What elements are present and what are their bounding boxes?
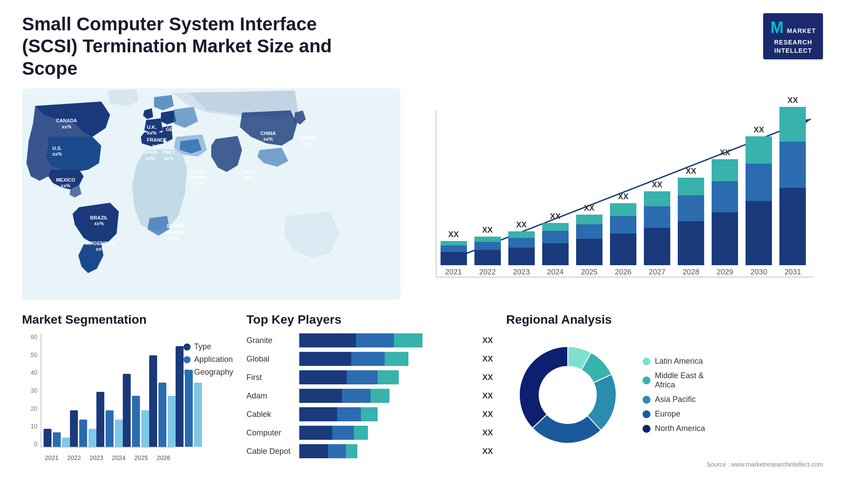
bar-x-label: 2028 <box>683 268 699 277</box>
logo-m-icon: M <box>770 18 783 38</box>
bar-stack <box>508 231 535 265</box>
map-country-label: ARGENTINA xx% <box>86 241 115 252</box>
page: Small Computer System Interface (SCSI) T… <box>0 0 845 504</box>
seg-bar <box>141 410 149 447</box>
players-title: Top Key Players <box>246 313 493 327</box>
bar-segment <box>678 178 704 195</box>
legend-north-america: North America <box>643 424 705 433</box>
player-row: FirstXX <box>246 370 493 384</box>
bar-group: XX2023 <box>508 220 535 277</box>
seg-bar <box>88 429 96 447</box>
map-country-label: BRAZIL xx% <box>90 215 108 226</box>
bar-segment <box>644 191 670 206</box>
logo-box: M MARKETRESEARCHINTELLECT <box>763 13 823 59</box>
top-row: CANADA xx%U.S. xx%MEXICO xx%BRAZIL xx%AR… <box>22 88 823 299</box>
seg-x-label: 2023 <box>89 454 103 461</box>
bar-segment <box>644 228 670 265</box>
bar-segment <box>474 237 501 242</box>
bar-stack <box>441 241 467 265</box>
bar-segment <box>779 188 806 265</box>
bar-segment <box>576 215 603 224</box>
map-labels: CANADA xx%U.S. xx%MEXICO xx%BRAZIL xx%AR… <box>22 88 400 299</box>
player-bar-segment <box>299 370 347 384</box>
player-name: Granite <box>246 336 295 345</box>
bar-value-label: XX <box>618 192 628 201</box>
player-row: Cable DepotXX <box>246 444 493 458</box>
bar-x-label: 2029 <box>716 268 733 277</box>
map-country-label: SAUDI ARABIA xx% <box>188 169 207 186</box>
seg-group <box>70 410 96 447</box>
bar-segment <box>610 234 636 265</box>
player-value-label: XX <box>482 354 493 364</box>
player-bar-container <box>299 426 474 440</box>
legend-dot-north <box>643 425 650 433</box>
player-bar-segment <box>299 426 332 440</box>
bar-stack <box>678 178 704 265</box>
segmentation-section: Market Segmentation 60 50 40 30 20 10 0 <box>22 313 233 497</box>
legend-dot-asia <box>643 396 650 404</box>
bar-group: XX2024 <box>542 212 569 277</box>
seg-group <box>44 429 70 447</box>
bar-segment <box>712 181 738 212</box>
bar-stack <box>746 136 772 266</box>
bar-x-label: 2031 <box>784 268 801 277</box>
bar-x-label: 2025 <box>581 268 598 277</box>
player-row: GlobalXX <box>246 352 493 366</box>
seg-bar <box>106 410 114 447</box>
seg-bar <box>115 420 123 447</box>
bar-segment <box>474 242 501 250</box>
player-bar-container <box>299 389 474 403</box>
bar-segment <box>576 239 603 265</box>
player-row: ComputerXX <box>246 426 493 440</box>
y-label-0: 0 <box>34 441 37 448</box>
player-bar-segment <box>332 426 353 440</box>
seg-bar <box>53 432 61 447</box>
bar-stack <box>576 215 603 266</box>
seg-group <box>123 374 149 447</box>
map-country-label: U.K. xx% <box>147 124 157 136</box>
seg-x-label: 2026 <box>157 454 170 461</box>
bar-segment <box>678 221 704 266</box>
donut-container: Latin America Middle East &Africa Asia P… <box>506 333 823 457</box>
player-bar-segment <box>351 352 384 366</box>
seg-bar <box>149 355 157 447</box>
header: Small Computer System Interface (SCSI) T… <box>22 13 823 80</box>
page-title: Small Computer System Interface (SCSI) T… <box>22 13 374 80</box>
bar-value-label: XX <box>516 220 527 230</box>
y-label-60: 60 <box>30 333 37 340</box>
bar-stack <box>474 237 501 265</box>
seg-bar <box>44 429 51 447</box>
bar-segment <box>441 245 467 252</box>
player-value-label: XX <box>482 373 493 382</box>
player-value-label: XX <box>482 410 493 419</box>
bar-value-label: XX <box>448 230 459 239</box>
player-bar-container <box>299 352 474 366</box>
map-section: CANADA xx%U.S. xx%MEXICO xx%BRAZIL xx%AR… <box>22 88 400 299</box>
bar-x-label: 2027 <box>649 268 665 277</box>
bar-group: XX2027 <box>644 180 670 277</box>
seg-group <box>149 355 176 447</box>
map-country-label: INDIA xx% <box>242 169 255 180</box>
player-bar-container <box>299 407 474 421</box>
map-country-label: JAPAN xx% <box>298 135 314 146</box>
bar-segment <box>678 195 704 221</box>
player-name: Cablek <box>246 410 295 419</box>
bar-group: XX2031 <box>779 96 806 277</box>
regional-title: Regional Analysis <box>506 313 823 327</box>
bar-x-label: 2024 <box>547 268 564 277</box>
donut-legend: Latin America Middle East &Africa Asia P… <box>643 357 705 433</box>
bar-group: XX2026 <box>610 192 636 277</box>
bar-value-label: XX <box>550 212 561 221</box>
player-bar-segment <box>346 444 358 458</box>
player-value-label: XX <box>482 447 493 456</box>
seg-bar <box>185 370 193 447</box>
legend-europe: Europe <box>643 409 705 419</box>
bar-segment <box>508 231 535 238</box>
player-bar-segment <box>299 333 356 347</box>
seg-bar <box>132 396 140 447</box>
logo-area: M MARKETRESEARCHINTELLECT <box>763 13 823 59</box>
map-country-label: U.S. xx% <box>52 146 62 157</box>
player-bar-container <box>299 333 474 347</box>
map-country-label: SPAIN xx% <box>143 150 158 161</box>
player-value-label: XX <box>482 428 493 438</box>
